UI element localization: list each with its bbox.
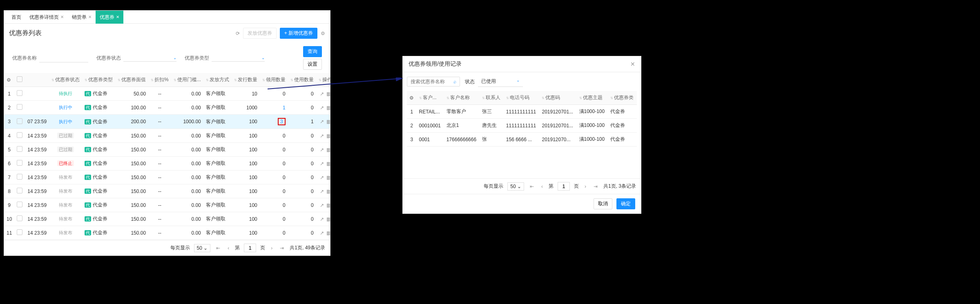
column-header[interactable]: ⇅优惠券类	[608, 91, 637, 105]
row-checkbox[interactable]	[17, 215, 22, 221]
column-header[interactable]: ⇅客户...	[417, 91, 444, 105]
column-header[interactable]: ⇅电话号码	[504, 91, 540, 105]
share-icon[interactable]: ↗	[320, 216, 324, 222]
row-checkbox[interactable]	[17, 146, 22, 152]
share-icon[interactable]: ↗	[320, 105, 324, 111]
sort-icon[interactable]: ⇅	[482, 96, 485, 100]
table-row[interactable]: 1114 23:59待发布代代金券150.00--0.00客户领取10000↗▦	[4, 226, 330, 240]
share-icon[interactable]: ↗	[320, 230, 324, 236]
column-header[interactable]: ⇅发行数量	[232, 73, 260, 87]
sort-icon[interactable]: ⇅	[446, 96, 449, 100]
row-checkbox[interactable]	[17, 160, 22, 166]
sort-icon[interactable]: ⇅	[118, 78, 121, 82]
distribute-button[interactable]: 发放优惠券	[243, 28, 277, 39]
claimed-link[interactable]: 1	[283, 105, 286, 111]
column-header[interactable]: ⇅使用门槛...	[171, 73, 203, 87]
column-header[interactable]: ⚙	[407, 91, 417, 105]
row-checkbox[interactable]	[17, 104, 22, 110]
qrcode-icon[interactable]: ▦	[326, 216, 330, 222]
share-icon[interactable]: ↗	[320, 147, 324, 153]
last-page-icon[interactable]: ⇥	[592, 184, 599, 189]
table-row[interactable]: 714 23:59待发布代代金券150.00--0.00客户领取10000↗▦	[4, 171, 330, 184]
tab-销货单[interactable]: 销货单✕	[68, 11, 96, 24]
share-icon[interactable]: ↗	[320, 91, 324, 97]
select-all-checkbox[interactable]	[17, 76, 22, 82]
per-page-select[interactable]: 50 ⌄	[507, 182, 524, 191]
sort-icon[interactable]: ⇅	[579, 96, 582, 100]
table-row[interactable]: 514 23:59已过期代代金券150.00--0.00客户领取10000↗▦	[4, 143, 330, 157]
column-header[interactable]: ⇅优惠券状态	[49, 73, 82, 87]
row-checkbox[interactable]	[17, 118, 22, 124]
table-row[interactable]: 614 23:59已终止代代金券150.00--0.00客户领取10000↗▦	[4, 157, 330, 171]
sort-icon[interactable]: ⇅	[419, 96, 422, 100]
share-icon[interactable]: ↗	[320, 161, 324, 166]
column-header[interactable]: ⇅优惠码	[539, 91, 576, 105]
row-checkbox[interactable]	[17, 202, 22, 207]
prev-page-icon[interactable]: ‹	[540, 184, 545, 189]
table-row[interactable]: 1RETAIL...零散客户张三111111111112019120701...…	[407, 105, 637, 119]
close-icon[interactable]: ✕	[630, 61, 635, 67]
search-icon[interactable]: ⌕	[453, 79, 456, 84]
row-checkbox[interactable]	[17, 188, 22, 193]
column-header[interactable]: ⇅使用数量	[288, 73, 316, 87]
share-icon[interactable]: ↗	[320, 133, 324, 139]
sort-icon[interactable]: ⇅	[206, 78, 209, 82]
sort-icon[interactable]: ⇅	[51, 78, 54, 82]
row-checkbox[interactable]	[17, 132, 22, 138]
share-icon[interactable]: ↗	[320, 119, 324, 124]
gear-icon[interactable]: ⚙	[7, 77, 11, 83]
table-row[interactable]: 1待执行代代金券50.00--0.00客户领取1000↗▦	[4, 87, 330, 101]
add-coupon-button[interactable]: + 新增优惠券	[280, 28, 317, 39]
table-row[interactable]: 814 23:59待发布代代金券150.00--0.00客户领取10000↗▦	[4, 184, 330, 198]
row-checkbox[interactable]	[17, 90, 22, 96]
qrcode-icon[interactable]: ▦	[326, 230, 330, 236]
table-row[interactable]: 2执行中代代金券100.00--0.00客户领取100010↗▦	[4, 101, 330, 115]
sort-icon[interactable]: ⇅	[262, 78, 265, 82]
tab-优惠券详情页[interactable]: 优惠券详情页✕	[25, 11, 68, 24]
filter-status-select[interactable]: ⌄	[123, 54, 176, 62]
share-icon[interactable]: ↗	[320, 202, 324, 208]
qrcode-icon[interactable]: ▦	[326, 119, 330, 124]
qrcode-icon[interactable]: ▦	[326, 147, 330, 153]
table-row[interactable]: 914 23:59待发布代代金券150.00--0.00客户领取10000↗▦	[4, 198, 330, 212]
state-select[interactable]: 已使用 ⌄	[478, 76, 523, 87]
column-header[interactable]	[25, 73, 49, 87]
sort-icon[interactable]: ⇅	[174, 78, 176, 82]
prev-page-icon[interactable]: ‹	[226, 245, 231, 251]
table-row[interactable]: 414 23:59已过期代代金券150.00--0.00客户领取10000↗▦	[4, 129, 330, 143]
tab-首页[interactable]: 首页	[7, 11, 25, 24]
tab-优惠券[interactable]: 优惠券✕	[96, 11, 123, 24]
next-page-icon[interactable]: ›	[583, 184, 588, 189]
qrcode-icon[interactable]: ▦	[326, 189, 330, 194]
qrcode-icon[interactable]: ▦	[326, 202, 330, 208]
table-row[interactable]: 307 23:59执行中代代金券200.00--1000.00客户领取10031…	[4, 115, 330, 129]
next-page-icon[interactable]: ›	[269, 245, 274, 251]
cancel-button[interactable]: 取消	[594, 198, 612, 209]
tab-close-icon[interactable]: ✕	[88, 11, 92, 24]
column-header[interactable]: ⇅优惠券类型	[82, 73, 115, 87]
filter-type-select[interactable]: ⌄	[212, 54, 265, 62]
sort-icon[interactable]: ⇅	[85, 78, 87, 82]
column-header[interactable]: ⇅优惠券面值	[115, 73, 148, 87]
sort-icon[interactable]: ⇅	[506, 96, 509, 100]
gear-icon[interactable]: ⚙	[321, 31, 325, 36]
table-row[interactable]: 200010001北京1唐先生111111111112019120701...满…	[407, 119, 637, 133]
sort-icon[interactable]: ⇅	[542, 96, 545, 100]
table-row[interactable]: 3000117666666666张156 6666 ...201912070..…	[407, 133, 637, 146]
first-page-icon[interactable]: ⇤	[528, 184, 536, 189]
last-page-icon[interactable]: ⇥	[278, 245, 286, 251]
column-header[interactable]: ⇅客户名称	[444, 91, 480, 105]
page-input[interactable]	[558, 182, 570, 191]
tab-close-icon[interactable]: ✕	[116, 11, 119, 24]
sort-icon[interactable]: ⇅	[610, 96, 613, 100]
qrcode-icon[interactable]: ▦	[326, 91, 330, 97]
column-header[interactable]: ⇅优惠主题	[577, 91, 608, 105]
qrcode-icon[interactable]: ▦	[326, 161, 330, 166]
row-checkbox[interactable]	[17, 174, 22, 180]
column-header[interactable]: ⇅发放方式	[203, 73, 232, 87]
sort-icon[interactable]: ⇅	[234, 78, 237, 82]
column-header[interactable]: ⇅折扣%	[148, 73, 171, 87]
filter-name-input[interactable]	[39, 53, 88, 62]
share-icon[interactable]: ↗	[320, 175, 324, 180]
sort-icon[interactable]: ⇅	[319, 78, 321, 82]
